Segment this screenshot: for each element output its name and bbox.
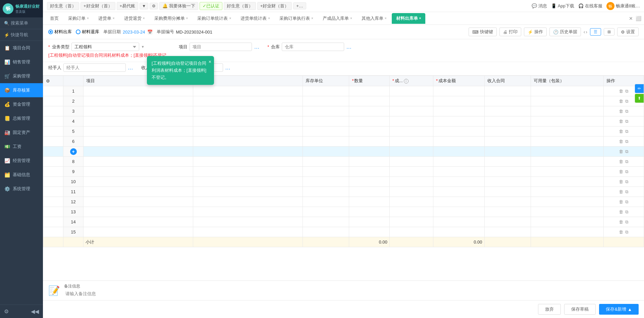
tab-close-purchase-stats[interactable]: × [229,16,231,20]
topbar-tag-trial[interactable]: 🔔 我要体验一下 [159,2,198,10]
cell-project[interactable] [84,197,193,207]
cell-cost_amount[interactable] [433,147,484,157]
cell-quantity[interactable] [349,167,389,177]
cell-material[interactable] [193,167,303,177]
delete-row-icon[interactable]: 🗑 [618,109,624,114]
notes-input[interactable] [64,290,198,298]
cell-cost_amount[interactable] [433,187,484,197]
table-row[interactable]: 11🗑⧉ [43,187,644,197]
sidebar-item-sales[interactable]: 📊 销售管理 [0,55,43,69]
topbar-user[interactable]: 畅 畅康通8账… [606,2,640,10]
page-next[interactable]: › [586,29,587,35]
shortcut-button[interactable]: ⌨ 快键键 [469,28,497,36]
cell-project[interactable] [84,116,193,126]
cell-project[interactable] [84,207,193,217]
cell-project[interactable] [84,126,193,137]
topbar-tag-haoyecai2[interactable]: +好业财（首） [257,2,292,10]
delete-row-icon[interactable]: 🗑 [618,99,624,104]
cell-project[interactable] [84,167,193,177]
cell-quantity[interactable] [349,126,389,137]
handler-dots[interactable]: … [128,65,133,71]
settings-button[interactable]: ⚙ 设置 [617,28,639,36]
right-tool-1[interactable]: ✏ [635,84,644,93]
cell-quantity[interactable] [349,116,389,126]
delete-row-icon[interactable]: 🗑 [618,229,624,234]
sidebar-item-asset[interactable]: 🏭 固定资产 [0,125,43,140]
tab-close-product-inbound[interactable]: × [350,16,352,20]
cell-income_contract[interactable] [484,86,531,96]
tab-close-incoming-stats[interactable]: × [268,16,270,20]
cell-income_contract[interactable] [484,106,531,116]
cell-project[interactable] [84,106,193,116]
sidebar-item-basic[interactable]: 🗂️ 基础信息 [0,168,43,182]
cell-cost_amount[interactable] [433,116,484,126]
cell-material[interactable] [193,207,303,217]
table-row[interactable]: 15🗑⧉ [43,227,644,237]
tab-incoming-return[interactable]: 进货退货× [120,13,149,24]
cell-material[interactable] [193,217,303,227]
cell-quantity[interactable] [349,217,389,227]
cell-project[interactable] [84,96,193,106]
table-row[interactable]: 13🗑⧉ [43,207,644,217]
cell-income_contract[interactable] [484,116,531,126]
delete-row-icon[interactable]: 🗑 [618,209,624,214]
radio-material-return[interactable]: 材料退库 [76,29,99,35]
delete-row-icon[interactable]: 🗑 [618,189,624,194]
cell-quantity[interactable] [349,86,389,96]
cell-income_contract[interactable] [484,96,531,106]
cell-quantity[interactable] [349,177,389,187]
cell-warehouse[interactable] [303,207,349,217]
topbar-service[interactable]: 🎧 在线客服 [578,3,602,9]
topbar-tag-haoshengyi2[interactable]: 好生意（首） [224,2,256,10]
cell-material[interactable] [193,157,303,167]
sidebar-item-salary[interactable]: 💵 工资 [0,140,43,154]
business-type-dropdown-icon[interactable]: ▼ [141,45,145,49]
cell-warehouse[interactable] [303,187,349,197]
cell-available[interactable] [531,106,603,116]
table-row[interactable]: 6🗑⧉ [43,137,644,147]
cell-available[interactable] [531,197,603,207]
cell-cost[interactable] [389,207,433,217]
copy-row-icon[interactable]: ⧉ [624,159,629,164]
cell-material[interactable] [193,116,303,126]
cell-material[interactable] [193,86,303,96]
tab-incoming-stats[interactable]: 进货单统计表× [236,13,274,24]
copy-row-icon[interactable]: ⧉ [624,109,629,114]
cell-available[interactable] [531,217,603,227]
sidebar-quick-nav[interactable]: ⚡ 快捷导航 [0,29,43,41]
topbar-tag-haoyecai[interactable]: +好业财（首） [80,2,115,10]
cell-income_contract[interactable] [484,197,531,207]
input-material[interactable] [195,149,301,154]
discard-button[interactable]: 放弃 [538,304,561,315]
cell-warehouse[interactable] [303,106,349,116]
sidebar-item-capital[interactable]: 💰 资金管理 [0,97,43,111]
copy-row-icon[interactable]: ⧉ [624,149,629,154]
cell-warehouse[interactable] [303,167,349,177]
project-input[interactable] [190,43,252,51]
copy-row-icon[interactable]: ⧉ [624,179,629,184]
copy-row-icon[interactable]: ⧉ [624,199,629,204]
delete-row-icon[interactable]: 🗑 [618,89,624,94]
cell-cost_amount[interactable] [433,207,484,217]
copy-row-icon[interactable]: ⧉ [624,89,629,94]
cell-quantity[interactable] [349,137,389,147]
cell-income_contract[interactable] [484,167,531,177]
tooltip-close[interactable]: × [209,58,211,65]
cell-quantity[interactable] [349,157,389,167]
cell-warehouse[interactable] [303,227,349,237]
cell-project[interactable] [84,227,193,237]
cell-material[interactable] [193,96,303,106]
cell-project[interactable] [84,86,193,96]
cell-available[interactable] [531,126,603,137]
cell-cost[interactable] [389,116,433,126]
cell-cost[interactable] [389,217,433,227]
radio-material-out[interactable]: 材料出库 [48,29,72,35]
topbar-settings-icon[interactable]: ⚙ [150,3,158,9]
cell-income_contract[interactable] [484,157,531,167]
cell-warehouse[interactable] [303,177,349,187]
page-prev[interactable]: ‹ [584,29,585,35]
cost-info-icon[interactable]: i [404,79,409,84]
cell-available[interactable] [531,137,603,147]
collapse-icon[interactable]: ◀◀ [31,308,39,315]
cell-cost_amount[interactable] [433,96,484,106]
